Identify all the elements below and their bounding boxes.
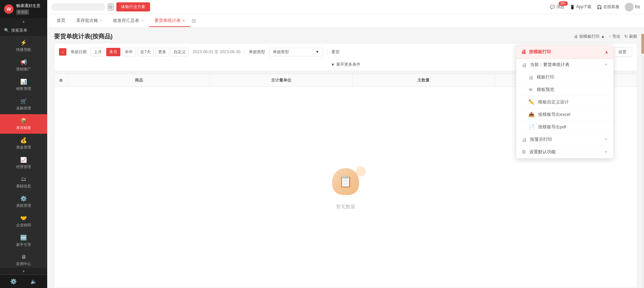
col-product: 商品 bbox=[68, 74, 210, 87]
user-avatar-button[interactable]: Rit bbox=[625, 3, 640, 11]
yh-label: 要货 bbox=[331, 49, 340, 55]
dropdown-current-template[interactable]: 🖨 当前：要货单统计表 ▼ bbox=[516, 59, 613, 71]
print-template-dropdown: 🖨 按模板打印 ▲ 🖨 当前：要货单统计表 ▼ 🖨 模板打印 👁 模板预览 ✏️… bbox=[516, 45, 614, 159]
settings-footer-icon[interactable]: ⚙️ bbox=[10, 278, 17, 285]
topbar-search-input[interactable] bbox=[51, 3, 105, 11]
quick-nav-icon: ⚡ bbox=[20, 39, 27, 46]
finance-label: 资金管理 bbox=[16, 145, 31, 150]
tab-inout-summary-label: 收发存汇总表 bbox=[113, 18, 139, 24]
sidebar-scroll-up[interactable]: ▲ bbox=[0, 18, 47, 25]
dropdown-header-left: 🖨 按模板打印 bbox=[521, 49, 551, 55]
date-btn-prev-month[interactable]: 上月 bbox=[91, 48, 105, 56]
page-title: 要货单统计表(按商品) bbox=[54, 32, 113, 40]
sidebar-logo[interactable]: W 畅康通好生意 标准版 bbox=[0, 0, 47, 18]
dropdown-export-pdf[interactable]: 📄 按模板导出pdf bbox=[516, 121, 613, 133]
sidebar-item-purchase[interactable]: 🛒 采购管理 bbox=[0, 95, 47, 114]
enterprise-icon: 🤝 bbox=[20, 215, 27, 221]
type-select[interactable]: 单据类型 ▼ bbox=[269, 48, 323, 56]
refresh-button[interactable]: ↻ 刷新 bbox=[624, 34, 637, 39]
scrollbar-thumb[interactable] bbox=[641, 34, 644, 54]
dropdown-template-preview[interactable]: 👁 模板预览 bbox=[516, 84, 613, 96]
online-service-button[interactable]: 🎧 在线客服 bbox=[597, 4, 619, 10]
type-select-chevron-icon: ▼ bbox=[315, 50, 319, 54]
date-btn-more[interactable]: 更多 bbox=[155, 48, 169, 56]
tab-inout-summary[interactable]: 收发存汇总表 × bbox=[108, 15, 149, 27]
type-label: 单据类型 bbox=[249, 49, 265, 55]
date-label: 单据日期 bbox=[70, 49, 87, 55]
tab-order-stat-close[interactable]: × bbox=[183, 19, 185, 23]
filter-divider-2 bbox=[327, 49, 327, 55]
dropdown-header[interactable]: 🖨 按模板打印 ▲ bbox=[516, 45, 613, 59]
type-select-value: 单据类型 bbox=[273, 49, 289, 55]
sidebar-item-enterprise[interactable]: 🤝 企业协同 bbox=[0, 212, 47, 231]
topbar-gear-button[interactable]: ⚙ bbox=[108, 4, 114, 10]
sidebar-item-quick-nav[interactable]: ⚡ 快捷导航 bbox=[0, 36, 47, 56]
date-btn-custom[interactable]: 自定义 bbox=[171, 48, 189, 56]
template-design-icon: ✏️ bbox=[528, 99, 535, 105]
date-btn-7days[interactable]: 近7天 bbox=[137, 48, 154, 56]
tab-inventory-batch[interactable]: 库存批次账 × bbox=[71, 15, 108, 27]
tab-home[interactable]: 首页 bbox=[51, 15, 71, 27]
template-preview-icon: 👁 bbox=[528, 87, 533, 93]
col-checkbox[interactable]: ⚙ bbox=[54, 75, 68, 86]
guide-label: 新手引导 bbox=[16, 242, 31, 247]
expand-more-label: 展开更多条件 bbox=[336, 62, 360, 67]
sidebar-item-marketing[interactable]: 📢 营销推广 bbox=[0, 56, 47, 75]
dropdown-template-print[interactable]: 🖨 模板打印 bbox=[516, 71, 613, 84]
print-template-button[interactable]: 🖨 按模板打印 ▲ bbox=[574, 34, 605, 39]
avatar bbox=[625, 3, 634, 11]
topbar: ⚙ 体验行业方案 💬 消息 99+ 📱 App下载 🎧 在线客服 Rit bbox=[47, 0, 644, 14]
system-icon: ⚙️ bbox=[20, 195, 27, 202]
print-chevron-up-icon: ▲ bbox=[601, 34, 605, 39]
dropdown-close-button[interactable]: ▲ bbox=[605, 50, 609, 54]
tab-inventory-batch-close[interactable]: × bbox=[100, 19, 102, 23]
export-icon: ↑ bbox=[609, 34, 611, 39]
messages-badge: 99+ bbox=[559, 1, 568, 6]
sidebar-item-apps[interactable]: 🖥 应用中心 bbox=[0, 251, 47, 268]
sidebar-item-operations[interactable]: 📈 经营管理 bbox=[0, 153, 47, 173]
app-name-block: 畅康通好生意 标准版 bbox=[16, 3, 40, 15]
date-btn-this-month[interactable]: 本月 bbox=[106, 48, 120, 56]
date-btn-this-year[interactable]: 本年 bbox=[122, 48, 136, 56]
settings-button[interactable]: 设置 bbox=[613, 47, 632, 57]
sidebar-item-basic-info[interactable]: 🗂 基础信息 bbox=[0, 173, 47, 192]
messages-button[interactable]: 💬 消息 99+ bbox=[550, 4, 564, 10]
volume-footer-icon[interactable]: 🔈 bbox=[30, 278, 37, 285]
filter-divider-1 bbox=[244, 49, 245, 55]
filter-expand-left-button[interactable]: ‹ bbox=[59, 48, 66, 56]
dropdown-default-func-section[interactable]: ⚙ 设置默认功能 ▼ bbox=[516, 146, 613, 158]
trial-button[interactable]: 体验行业方案 bbox=[116, 2, 150, 11]
search-icon: 🔍 bbox=[4, 28, 9, 33]
empty-icon-shape: 📋 bbox=[332, 168, 359, 195]
enterprise-label: 企业协同 bbox=[16, 223, 31, 228]
tab-order-stat[interactable]: 要货单统计表 × bbox=[149, 15, 190, 27]
tab-expand-icon[interactable]: ⊞ bbox=[192, 18, 196, 24]
sidebar-item-inventory[interactable]: 📦 库存核算 bbox=[0, 114, 47, 134]
guide-icon: 🆕 bbox=[20, 234, 27, 241]
sidebar-item-sales[interactable]: 📊 销售管理 bbox=[0, 75, 47, 95]
operations-label: 经营管理 bbox=[16, 164, 31, 169]
dropdown-template-design[interactable]: ✏️ 模板自定义设计 bbox=[516, 96, 613, 108]
display-print-arrow: ▼ bbox=[604, 137, 608, 142]
tab-inventory-batch-label: 库存批次账 bbox=[76, 18, 98, 24]
app-download-button[interactable]: 📱 App下载 bbox=[570, 4, 591, 10]
sidebar-scroll-down[interactable]: ▼ bbox=[0, 268, 47, 275]
dropdown-export-excel[interactable]: 📤 按模板导出excel bbox=[516, 108, 613, 121]
quick-nav-label: 快捷导航 bbox=[16, 47, 31, 52]
dropdown-display-print-section[interactable]: 🖨 按显示打印 ▼ bbox=[516, 133, 613, 146]
sales-icon: 📊 bbox=[20, 78, 27, 85]
operations-icon: 📈 bbox=[20, 157, 27, 163]
inventory-label: 库存核算 bbox=[16, 125, 31, 130]
sidebar-item-system[interactable]: ⚙️ 系统管理 bbox=[0, 192, 47, 212]
expand-more-button[interactable]: ▼ 展开更多条件 bbox=[331, 62, 360, 67]
template-design-label: 模板自定义设计 bbox=[538, 99, 569, 105]
sidebar-item-finance[interactable]: 💰 资金管理 bbox=[0, 134, 47, 153]
export-button[interactable]: ↑ 导出 bbox=[609, 34, 620, 39]
basic-info-icon: 🗂 bbox=[21, 176, 26, 182]
tab-inout-summary-close[interactable]: × bbox=[141, 19, 143, 23]
refresh-icon: ↻ bbox=[624, 34, 628, 39]
messages-icon: 💬 bbox=[550, 5, 555, 9]
sidebar-item-guide[interactable]: 🆕 新手引导 bbox=[0, 231, 47, 251]
sidebar-search[interactable]: 🔍 搜索菜单 bbox=[0, 25, 47, 36]
empty-illustration: 📋 bbox=[325, 165, 366, 198]
